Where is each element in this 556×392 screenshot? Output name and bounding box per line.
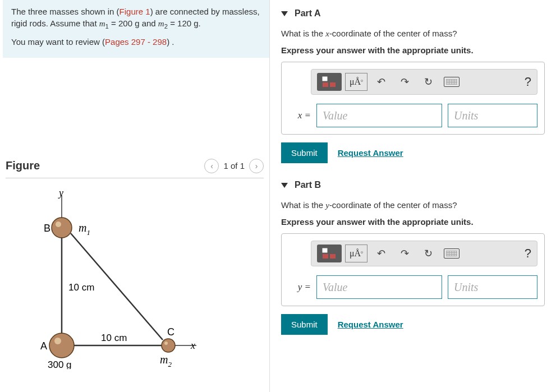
text: ) . [167, 37, 174, 47]
label-m2: m [160, 353, 168, 366]
part-a-instruction: Express your answer with the appropriate… [281, 45, 545, 55]
text: = 120 g. [168, 19, 201, 28]
undo-button[interactable]: ↶ [371, 73, 391, 90]
part-a-request-answer-link[interactable]: Request Answer [338, 148, 403, 158]
part-a-answer-box: μÅ° ↶ ↷ ↻ ? x = Value Units [281, 62, 545, 135]
svg-rect-16 [323, 248, 327, 252]
figure-pager: ‹ 1 of 1 › [204, 159, 264, 173]
var-m1: m [99, 19, 105, 28]
right-column: Part A What is the x-coordinate of the c… [269, 0, 556, 392]
redo-button[interactable]: ↷ [394, 245, 415, 262]
svg-rect-13 [323, 77, 327, 81]
collapse-icon[interactable] [281, 11, 288, 16]
undo-button[interactable]: ↶ [371, 245, 391, 262]
figure-title: Figure [6, 159, 40, 172]
text: You may want to review ( [11, 37, 105, 47]
svg-point-6 [49, 333, 74, 358]
pager-text: 1 of 1 [223, 161, 245, 170]
svg-point-1 [52, 218, 72, 238]
next-figure-button[interactable]: › [249, 159, 264, 173]
svg-rect-14 [323, 82, 328, 87]
part-b-answer-box: μÅ° ↶ ↷ ↻ ? y = Value Units [281, 233, 545, 306]
svg-text:m2: m2 [160, 353, 172, 368]
part-b-units-input[interactable]: Units [448, 275, 537, 299]
keyboard-button[interactable] [442, 73, 462, 90]
part-a-submit-button[interactable]: Submit [281, 142, 328, 163]
prev-figure-button[interactable]: ‹ [204, 159, 219, 173]
part-b-submit-button[interactable]: Submit [281, 314, 328, 335]
svg-rect-15 [330, 82, 336, 87]
part-b-var-label: y = [288, 282, 311, 293]
part-a-title: Part A [295, 8, 321, 19]
svg-rect-18 [330, 254, 336, 259]
axis-y-label: y [58, 190, 63, 199]
part-a-question: What is the x-coordinate of the center o… [281, 29, 545, 39]
template-tool-button[interactable] [317, 245, 342, 262]
svg-point-2 [56, 222, 61, 227]
help-button[interactable]: ? [525, 246, 531, 261]
part-a-toolbar: μÅ° ↶ ↷ ↻ ? [311, 69, 537, 95]
label-hlen: 10 cm [101, 333, 127, 343]
part-b-question: What is the y-coordinate of the center o… [281, 200, 545, 210]
svg-point-10 [164, 342, 168, 345]
label-B: B [44, 223, 50, 234]
label-massA: 300 g [48, 359, 72, 369]
template-tool-button[interactable] [317, 73, 342, 91]
label-vlen: 10 cm [68, 282, 94, 293]
units-tool-button[interactable]: μÅ° [345, 245, 367, 262]
part-a: Part A What is the x-coordinate of the c… [275, 8, 550, 163]
text: = 200 g and [109, 19, 158, 28]
collapse-icon[interactable] [281, 183, 288, 188]
left-column: The three masses shown in (Figure 1) are… [0, 0, 269, 392]
figure-link[interactable]: Figure 1 [120, 7, 150, 16]
part-a-var-label: x = [288, 110, 311, 121]
label-A: A [40, 340, 47, 352]
part-b-instruction: Express your answer with the appropriate… [281, 217, 545, 227]
svg-point-7 [54, 338, 61, 344]
part-b-value-input[interactable]: Value [316, 275, 442, 299]
svg-point-9 [162, 339, 175, 352]
help-button[interactable]: ? [525, 75, 531, 89]
svg-text:m1: m1 [79, 222, 90, 237]
part-a-units-input[interactable]: Units [448, 104, 537, 127]
part-b-toolbar: μÅ° ↶ ↷ ↻ ? [311, 241, 537, 266]
redo-button[interactable]: ↷ [394, 73, 415, 90]
label-C: C [167, 326, 174, 338]
problem-statement: The three masses shown in (Figure 1) are… [3, 0, 269, 58]
review-text: You may want to review (Pages 297 - 298)… [11, 36, 261, 48]
reset-button[interactable]: ↻ [418, 73, 438, 90]
var-m2: m [158, 19, 164, 28]
svg-rect-17 [323, 254, 328, 259]
label-m1: m [79, 222, 86, 234]
part-b: Part B What is the y-coordinate of the c… [275, 180, 550, 335]
axis-x-label: x [190, 340, 195, 351]
problem-text: The three masses shown in (Figure 1) are… [11, 6, 261, 31]
pages-link[interactable]: Pages 297 - 298 [105, 37, 167, 47]
reset-button[interactable]: ↻ [418, 245, 438, 262]
part-b-title: Part B [295, 180, 321, 190]
part-b-request-answer-link[interactable]: Request Answer [338, 320, 403, 329]
keyboard-button[interactable] [442, 245, 462, 262]
units-tool-button[interactable]: μÅ° [345, 73, 367, 91]
figure-diagram: y B m1 10 cm A 300 g [6, 190, 264, 371]
text: The three masses shown in ( [11, 7, 120, 16]
part-a-value-input[interactable]: Value [316, 104, 442, 127]
figure-section: Figure ‹ 1 of 1 › y B m1 [0, 159, 269, 371]
